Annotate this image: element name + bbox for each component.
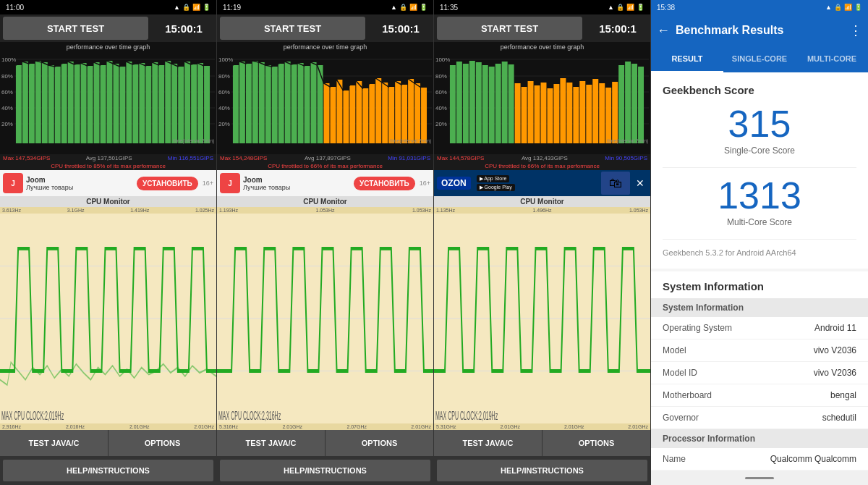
- cpu-freq-bar-2: 1.193Hz 1.053Hz 1.053Hz: [217, 207, 433, 214]
- info-key-model-id: Model ID: [663, 368, 814, 378]
- single-core-score: 315: [663, 105, 856, 143]
- age-label-1: 16+: [203, 180, 213, 187]
- cpu-svg-2: MAX CPU CLOCK:2,316Hz: [217, 214, 433, 423]
- cpu-graph-1: MAX CPU CLOCK:2,019Hz: [0, 214, 216, 423]
- svg-rect-37: [184, 62, 190, 143]
- test-java-button-1[interactable]: TEST JAVA/C: [0, 430, 108, 456]
- svg-rect-58: [233, 65, 239, 143]
- perf-label-2: performance over time graph: [217, 42, 433, 51]
- svg-rect-32: [152, 62, 158, 143]
- joom-logo-2: J: [220, 173, 240, 193]
- start-test-button-2[interactable]: START TEST: [220, 17, 365, 40]
- system-info-header: System Information: [651, 271, 868, 298]
- svg-rect-20: [75, 64, 80, 143]
- cpu-freq-bar-1: 3.613Hz 3.1GHz 1.419Hz 1.025Hz: [0, 207, 216, 214]
- svg-rect-70: [311, 62, 317, 143]
- timer-1: 15:00:1: [151, 22, 216, 35]
- svg-rect-129: [605, 88, 611, 143]
- ozon-close-button[interactable]: ✕: [633, 177, 647, 189]
- perf-graph-3: performance over time graph 100% 80% 60%…: [434, 42, 650, 154]
- svg-rect-39: [197, 63, 203, 143]
- perf-graph-1: performance over time graph 100% 80% 60%…: [0, 42, 216, 154]
- svg-rect-115: [515, 83, 521, 143]
- svg-rect-80: [375, 78, 381, 143]
- svg-rect-36: [178, 67, 184, 143]
- info-row-processor-name: Name Qualcomm Qualcomm: [651, 448, 868, 470]
- test-java-button-3[interactable]: TEST JAVA/C: [434, 430, 542, 456]
- svg-rect-28: [126, 62, 132, 143]
- svg-rect-35: [171, 64, 177, 143]
- cpu-monitor-title-1: CPU Monitor: [0, 196, 216, 207]
- install-button-2[interactable]: УСТАНОВИТЬ: [354, 177, 415, 190]
- test-java-button-2[interactable]: TEST JAVA/C: [217, 430, 325, 456]
- svg-rect-18: [61, 64, 67, 143]
- options-button-1[interactable]: OPTIONS: [109, 430, 216, 456]
- options-button-3[interactable]: OPTIONS: [542, 430, 650, 456]
- cpu-monitor-title-3: CPU Monitor: [434, 196, 650, 207]
- svg-rect-63: [265, 65, 271, 143]
- svg-rect-13: [29, 64, 35, 143]
- info-key-os: Operating System: [663, 323, 814, 333]
- svg-text:20%: 20%: [1, 121, 13, 127]
- nav-bar: [651, 471, 868, 485]
- bench-content: Geekbench Score 315 Single-Core Score 13…: [651, 72, 868, 471]
- svg-rect-82: [388, 87, 394, 143]
- svg-rect-72: [324, 83, 330, 143]
- status-time-2: 11:19: [223, 4, 241, 12]
- more-button[interactable]: ⋮: [849, 22, 862, 38]
- svg-rect-69: [305, 66, 310, 143]
- ad-banner-2: J Joom Лучшие товары УСТАНОВИТЬ 16+: [217, 170, 433, 196]
- info-value-processor-name: Qualcomm Qualcomm: [770, 454, 856, 464]
- svg-rect-16: [48, 65, 54, 143]
- svg-rect-108: [469, 61, 475, 143]
- svg-rect-64: [272, 67, 278, 143]
- svg-text:60%: 60%: [1, 89, 13, 96]
- help-button-2[interactable]: HELP/INSTRUCTIONS: [220, 460, 430, 481]
- info-key-motherboard: Motherboard: [663, 390, 830, 400]
- svg-rect-105: [450, 65, 456, 143]
- tab-result[interactable]: RESULT: [651, 46, 723, 72]
- svg-text:MAX CPU CLOCK:2,316Hz: MAX CPU CLOCK:2,316Hz: [218, 408, 281, 423]
- timer-3: 15:00:1: [585, 22, 650, 35]
- bench-header: ← Benchmark Results ⋮: [651, 14, 868, 46]
- svg-rect-109: [476, 62, 482, 143]
- start-test-button-3[interactable]: START TEST: [437, 17, 582, 40]
- svg-rect-118: [535, 85, 540, 143]
- help-button-1[interactable]: HELP/INSTRUCTIONS: [3, 460, 213, 481]
- stat-min-3: Min 90,505GIPS: [605, 155, 647, 161]
- system-info-section: System Information System Information Op…: [651, 271, 868, 470]
- svg-rect-74: [336, 80, 342, 143]
- svg-rect-30: [139, 63, 145, 143]
- help-button-3[interactable]: HELP/INSTRUCTIONS: [437, 460, 647, 481]
- processor-info-category: Processor Information: [651, 429, 868, 448]
- options-button-2[interactable]: OPTIONS: [326, 430, 433, 456]
- throttle-3: CPU throttled to 66% of its max performa…: [434, 162, 650, 170]
- perf-label-3: performance over time graph: [434, 42, 650, 51]
- svg-rect-22: [88, 66, 93, 143]
- top-bar-3: START TEST 15:00:1: [434, 14, 650, 42]
- bench-status-icons: ▲ 🔒 📶 🔋: [825, 4, 862, 11]
- svg-rect-65: [278, 64, 284, 143]
- start-test-button-1[interactable]: START TEST: [3, 17, 148, 40]
- svg-text:100%: 100%: [435, 56, 450, 63]
- back-button[interactable]: ←: [657, 23, 670, 38]
- install-button-1[interactable]: УСТАНОВИТЬ: [137, 177, 198, 190]
- svg-rect-33: [158, 65, 164, 143]
- svg-rect-113: [502, 62, 508, 143]
- svg-rect-121: [553, 84, 559, 143]
- svg-text:40%: 40%: [1, 105, 13, 111]
- ad-text-1: Joom Лучшие товары: [26, 176, 134, 191]
- stat-min-1: Min 116,551GIPS: [168, 155, 213, 161]
- svg-text:20%: 20%: [218, 121, 230, 127]
- info-value-model-id: vivo V2036: [814, 368, 856, 378]
- svg-rect-128: [599, 83, 605, 143]
- tab-multi-core[interactable]: MULTI-CORE: [796, 46, 868, 72]
- svg-rect-106: [456, 62, 462, 143]
- tab-single-core[interactable]: SINGLE-CORE: [723, 46, 796, 72]
- cpu-monitor-2: CPU Monitor 1.193Hz 1.053Hz 1.053Hz MAX …: [217, 196, 433, 430]
- svg-text:100%: 100%: [218, 56, 233, 63]
- svg-rect-26: [113, 64, 119, 143]
- info-key-processor-name: Name: [663, 454, 770, 464]
- joom-logo-1: J: [3, 173, 23, 193]
- system-info-category: System Information: [651, 298, 868, 317]
